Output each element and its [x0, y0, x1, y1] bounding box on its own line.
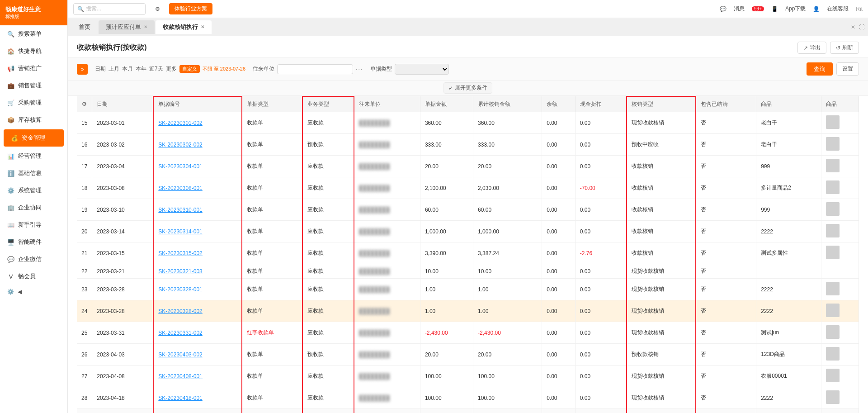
row-billno[interactable]: SK-20230314-001	[153, 221, 241, 242]
bill-type-select[interactable]	[395, 64, 449, 75]
gear-icon[interactable]: ⚙	[151, 3, 164, 15]
sidebar-item-basic[interactable]: ℹ️基础信息	[0, 165, 67, 182]
table-row[interactable]: 272023-04-08SK-20230408-001收款单应收款███████…	[77, 366, 859, 387]
row-settled: 否	[696, 279, 756, 300]
row-billno[interactable]: SK-20230403-002	[153, 344, 241, 366]
sidebar-item-system[interactable]: ⚙️系统管理	[0, 182, 67, 199]
table-row[interactable]: 222023-03-21SK-20230321-003收款单应收款███████…	[77, 264, 859, 279]
collapse-icon[interactable]: ◀	[18, 289, 22, 295]
table-row[interactable]: 162023-03-02SK-20230302-002收款单预收款███████…	[77, 134, 859, 156]
date-link-this-year[interactable]: 本年	[136, 65, 146, 73]
sidebar-item-enterprise[interactable]: 🏢企业协同	[0, 199, 67, 216]
topbar-search[interactable]: 🔍 搜索...	[73, 3, 146, 15]
col-billtype-header[interactable]: 单据类型	[242, 96, 302, 112]
query-button[interactable]: 查询	[807, 62, 833, 76]
date-link-more[interactable]: 更多	[166, 65, 177, 73]
sidebar-item-purchase[interactable]: 🛒采购管理	[0, 94, 67, 111]
tab-prepay-close[interactable]: ✕	[144, 24, 147, 29]
sidebar-icon-basic: ℹ️	[7, 170, 14, 177]
sidebar-item-inventory[interactable]: 📦库存核算	[0, 111, 67, 128]
row-cumulative: -2,430.00	[473, 322, 542, 344]
sidebar-settings[interactable]: ⚙️ ◀	[0, 285, 67, 299]
sidebar-item-finance[interactable]: 💰资金管理	[4, 129, 64, 147]
row-billno[interactable]: SK-20230328-002	[153, 300, 241, 322]
setting-button[interactable]: 设置	[836, 62, 859, 76]
row-cash: 0.00	[575, 387, 627, 409]
row-billno[interactable]: SK-20230308-001	[153, 177, 241, 199]
tab-expand-icon[interactable]: ⛶	[859, 24, 864, 30]
date-link-this-month[interactable]: 本月	[122, 65, 133, 73]
message-label[interactable]: 消息	[734, 5, 745, 13]
table-row[interactable]: 212023-03-15SK-20230315-002收款单应收款███████…	[77, 242, 859, 264]
col-biztype-header[interactable]: 业务类型	[302, 96, 354, 112]
row-billno[interactable]: SK-20230418-001	[153, 387, 241, 409]
date-link-last-month[interactable]: 上月	[108, 65, 119, 73]
row-billno[interactable]: SK-20230310-001	[153, 199, 241, 221]
filter-expand-button[interactable]: »	[77, 64, 88, 75]
sidebar-item-hardware[interactable]: 🖥️智能硬件	[0, 233, 67, 251]
sidebar-item-marketing[interactable]: 📢营销推广	[0, 60, 67, 77]
partner-dots[interactable]: ···	[356, 66, 363, 72]
row-billno[interactable]: SK-20230302-002	[153, 134, 241, 156]
sidebar-item-guide[interactable]: 📖新手引导	[0, 216, 67, 233]
filter-bar: » 日期 上月 本月 本年 近7天 更多 自定义 不限 至 2023-07-26…	[68, 58, 868, 81]
row-billno[interactable]: SK-20230301-002	[153, 112, 241, 134]
col-billno-header[interactable]: 单据编号	[153, 96, 241, 112]
sidebar-item-wechat[interactable]: 💬企业微信	[0, 251, 67, 268]
online-service-label[interactable]: 在线客服	[827, 5, 849, 13]
tab-prepay[interactable]: 预计应应付单 ✕	[99, 20, 155, 34]
refresh-button[interactable]: ↺ 刷新	[830, 42, 859, 54]
table-container[interactable]: ⚙ 日期 单据编号 单据类型 业务类型 往来单位 单据金额 累计核销金额 余额 …	[68, 96, 868, 413]
table-row[interactable]: 242023-03-28SK-20230328-002收款单应收款███████…	[77, 300, 859, 322]
table-row[interactable]: 202023-03-14SK-20230314-001收款单应收款███████…	[77, 221, 859, 242]
table-row[interactable]: 252023-03-31SK-20230331-002红字收款单应收款█████…	[77, 322, 859, 344]
col-settled-header[interactable]: 包含已结清	[696, 96, 756, 112]
row-billno[interactable]: SK-20230328-001	[153, 279, 241, 300]
export-button[interactable]: ↗ 导出	[797, 42, 826, 54]
sidebar-item-shortcut[interactable]: 🏠快捷导航	[0, 43, 67, 60]
footer-partner	[354, 409, 420, 413]
col-amount-header[interactable]: 单据金额	[420, 96, 473, 112]
table-row[interactable]: 262023-04-03SK-20230403-002收款单预收款███████…	[77, 344, 859, 366]
col-partner-header[interactable]: 往来单位	[354, 96, 420, 112]
table-row[interactable]: 182023-03-08SK-20230308-001收款单应收款███████…	[77, 177, 859, 199]
row-product-img	[821, 134, 859, 156]
col-cash-header[interactable]: 现金折扣	[575, 96, 627, 112]
row-cumulative: 1,000.00	[473, 221, 542, 242]
row-billno[interactable]: SK-20230408-001	[153, 366, 241, 387]
date-custom-tag[interactable]: 自定义	[179, 65, 200, 73]
col-product-img-header[interactable]: 商品	[821, 96, 859, 112]
row-settled: 否	[696, 322, 756, 344]
row-billno[interactable]: SK-20230321-003	[153, 264, 241, 279]
col-date-header[interactable]: 日期	[92, 96, 154, 112]
sidebar-item-member[interactable]: V畅会员	[0, 268, 67, 285]
tab-close-all-icon[interactable]: ✕	[851, 24, 855, 30]
table-row[interactable]: 232023-03-28SK-20230328-001收款单应收款███████…	[77, 279, 859, 300]
col-canceltype-header[interactable]: 核销类型	[627, 96, 696, 112]
tab-home[interactable]: 首页	[71, 20, 98, 34]
col-cumulative-header[interactable]: 累计核销金额	[473, 96, 542, 112]
sidebar-item-search[interactable]: 🔍搜索菜单	[0, 25, 67, 43]
col-product-header[interactable]: 商品	[756, 96, 821, 112]
date-link-7days[interactable]: 近7天	[149, 65, 163, 73]
expand-more-button[interactable]: ✓ 展开更多条件	[443, 82, 492, 94]
col-gear-header[interactable]: ⚙	[77, 96, 92, 112]
product-thumbnail	[826, 369, 840, 382]
tab-receipt-close[interactable]: ✕	[201, 24, 204, 29]
tab-receipt[interactable]: 收款核销执行 ✕	[156, 20, 212, 34]
solution-button[interactable]: 体验行业方案	[169, 3, 212, 14]
table-row[interactable]: 192023-03-10SK-20230310-001收款单应收款███████…	[77, 199, 859, 221]
row-cumulative: 20.00	[473, 156, 542, 177]
table-row[interactable]: 282023-04-18SK-20230418-001收款单应收款███████…	[77, 387, 859, 409]
table-row[interactable]: 152023-03-01SK-20230301-002收款单应收款███████…	[77, 112, 859, 134]
col-balance-header[interactable]: 余额	[542, 96, 576, 112]
sidebar-item-sales[interactable]: 💼销售管理	[0, 77, 67, 94]
row-billno[interactable]: SK-20230304-001	[153, 156, 241, 177]
row-billno[interactable]: SK-20230331-002	[153, 322, 241, 344]
sidebar-item-operation[interactable]: 📊经营管理	[0, 147, 67, 165]
partner-input[interactable]	[277, 64, 353, 74]
row-amount: 1,000.00	[420, 221, 473, 242]
table-row[interactable]: 172023-03-04SK-20230304-001收款单应收款███████…	[77, 156, 859, 177]
app-download-label[interactable]: App下载	[785, 5, 806, 13]
row-billno[interactable]: SK-20230315-002	[153, 242, 241, 264]
